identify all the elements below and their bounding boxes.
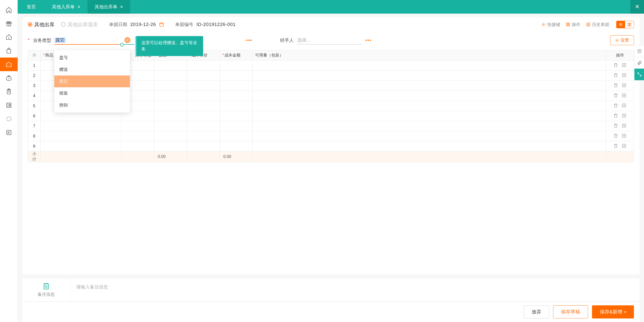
cell-cost-amount[interactable] (220, 141, 253, 151)
remark-input[interactable]: 请输入备注信息 (70, 278, 639, 301)
view-list-icon[interactable] (616, 21, 625, 28)
cell-product[interactable] (41, 121, 121, 131)
cell-available[interactable] (253, 61, 606, 71)
cell-available[interactable] (253, 141, 606, 151)
dropdown-option[interactable]: 盘亏 (54, 52, 130, 64)
table-row[interactable]: 9 (28, 141, 634, 151)
nav-clipboard-icon[interactable] (0, 85, 18, 98)
cell-cost-amount[interactable] (220, 71, 253, 81)
delete-row-icon[interactable] (613, 103, 618, 108)
right-rail-expand-icon[interactable] (634, 69, 644, 80)
chevron-up-icon[interactable] (124, 37, 130, 43)
nav-gift-icon[interactable] (0, 17, 18, 30)
cell-cost-price[interactable] (187, 111, 220, 121)
delete-row-icon[interactable] (613, 63, 618, 68)
cell-qty[interactable] (154, 81, 187, 91)
nav-money-bag-icon[interactable]: ¥ (0, 71, 18, 85)
add-row-icon[interactable] (622, 103, 627, 108)
cell-cost-amount[interactable] (220, 131, 253, 141)
tab-other-outbound[interactable]: 其他出库单 ✕ (88, 0, 130, 14)
cell-product[interactable] (41, 111, 121, 121)
cell-available[interactable] (253, 91, 606, 101)
cell-available[interactable] (253, 121, 606, 131)
cell-cost-price[interactable] (187, 81, 220, 91)
calendar-icon[interactable] (159, 22, 164, 27)
settings-button[interactable]: 设置 (610, 35, 634, 45)
cell-product[interactable] (41, 141, 121, 151)
cell-cost-price[interactable] (187, 141, 220, 151)
cell-qty[interactable] (154, 91, 187, 101)
cell-cost-price[interactable] (187, 61, 220, 71)
add-row-icon[interactable] (622, 83, 627, 88)
cell-cost-price[interactable] (187, 121, 220, 131)
nav-contact-icon[interactable] (0, 98, 18, 112)
cell-qty[interactable] (154, 71, 187, 81)
cell-available[interactable] (253, 111, 606, 121)
delete-row-icon[interactable] (613, 133, 618, 138)
cell-qty[interactable] (154, 131, 187, 141)
operate-action[interactable]: 操作 (566, 22, 580, 28)
doc-date-value[interactable]: 2019-12-26 (130, 22, 156, 27)
handler-select[interactable]: 选择... (297, 36, 362, 45)
cell-qty[interactable] (154, 101, 187, 111)
delete-row-icon[interactable] (613, 123, 618, 128)
cell-cost-price[interactable] (187, 131, 220, 141)
dropdown-option[interactable]: 其它 (54, 75, 130, 87)
cell-product[interactable] (41, 131, 121, 141)
cell-qty[interactable] (154, 111, 187, 121)
nav-loading-icon[interactable] (0, 112, 18, 126)
add-row-icon[interactable] (622, 73, 627, 78)
add-row-icon[interactable] (622, 113, 627, 118)
radio-outbound-return[interactable]: 其他出库退库 (61, 21, 98, 28)
dropdown-option[interactable]: 组装 (54, 87, 130, 99)
nav-warehouse-icon[interactable] (0, 58, 18, 71)
col-config-header[interactable] (28, 50, 41, 61)
cell-stock-unit[interactable] (121, 111, 154, 121)
close-all-icon[interactable]: ✕ (630, 0, 644, 14)
view-card-icon[interactable] (625, 21, 634, 28)
cell-cost-amount[interactable] (220, 61, 253, 71)
cell-cost-amount[interactable] (220, 81, 253, 91)
nav-price-home-icon[interactable]: $ (0, 30, 18, 44)
add-row-icon[interactable] (622, 93, 627, 98)
cell-qty[interactable] (154, 61, 187, 71)
tab-other-inbound[interactable]: 其他入库单 ✕ (45, 0, 88, 14)
cell-cost-amount[interactable] (220, 111, 253, 121)
table-row[interactable]: 8 (28, 131, 634, 141)
cell-cost-amount[interactable] (220, 91, 253, 101)
delete-row-icon[interactable] (613, 113, 618, 118)
shortcut-action[interactable]: 快捷键 (541, 22, 560, 28)
right-rail-attach-icon[interactable] (634, 57, 644, 69)
add-row-icon[interactable] (622, 123, 627, 128)
table-row[interactable]: 6 (28, 111, 634, 121)
cell-cost-amount[interactable] (220, 121, 253, 131)
cell-stock-unit[interactable] (121, 121, 154, 131)
dropdown-option[interactable]: 赠送 (54, 64, 130, 75)
cell-cost-amount[interactable] (220, 101, 253, 111)
add-row-icon[interactable] (622, 133, 627, 138)
dropdown-option[interactable]: 拆卸 (54, 99, 130, 111)
cell-cost-price[interactable] (187, 71, 220, 81)
nav-bag-icon[interactable] (0, 44, 18, 58)
cell-available[interactable] (253, 131, 606, 141)
cell-cost-price[interactable] (187, 101, 220, 111)
history-action[interactable]: 历史单据 (586, 22, 609, 28)
close-icon[interactable]: ✕ (120, 5, 123, 9)
cell-available[interactable] (253, 101, 606, 111)
add-row-icon[interactable] (622, 63, 627, 68)
add-row-icon[interactable] (622, 143, 627, 148)
cell-cost-price[interactable] (187, 91, 220, 101)
delete-row-icon[interactable] (613, 83, 618, 88)
more-icon[interactable]: ••• (246, 38, 252, 43)
delete-row-icon[interactable] (613, 73, 618, 78)
cell-stock-unit[interactable] (121, 131, 154, 141)
biz-type-select[interactable]: 其它 盘亏 赠送 其它 组装 拆卸 (54, 36, 130, 45)
discard-button[interactable]: 放弃 (524, 305, 549, 318)
save-draft-button[interactable]: 保存草稿 (553, 305, 588, 318)
cell-qty[interactable] (154, 141, 187, 151)
nav-home-icon[interactable] (0, 3, 18, 17)
right-rail-notes-icon[interactable] (634, 45, 644, 57)
radio-outbound[interactable]: 其他出库 (28, 21, 55, 28)
chevron-down-icon[interactable]: ▾ (624, 310, 626, 314)
more-icon[interactable]: ••• (365, 38, 372, 43)
